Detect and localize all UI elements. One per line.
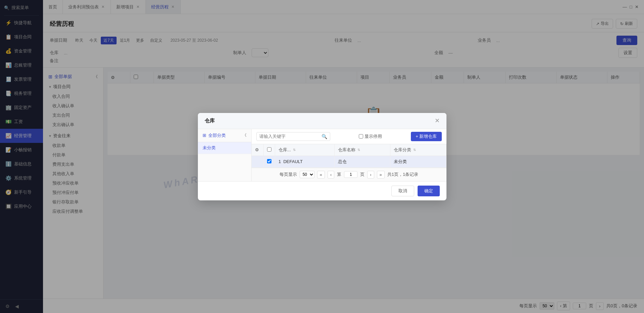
warehouse-table: ⚙ 仓库... ⇅: [252, 144, 446, 168]
add-warehouse-button[interactable]: + 新增仓库: [411, 132, 441, 141]
row-name-0: 总仓: [335, 156, 390, 167]
th-code-label: 仓库...: [278, 147, 291, 153]
th-code: 仓库... ⇅: [275, 144, 335, 156]
modal-table-wrap: ⚙ 仓库... ⇅: [252, 144, 446, 168]
modal-header: 仓库 ✕: [198, 113, 446, 129]
th-name: 仓库名称 ⇅: [335, 144, 390, 156]
modal-toolbar: 🔍 显示停用 + 新增仓库: [252, 129, 446, 144]
modal-left-toggle[interactable]: 《: [243, 132, 247, 138]
modal-search-input[interactable]: [259, 134, 319, 139]
modal-page-unit: 页: [360, 171, 364, 178]
row-code-0: 1 DEFAULT: [275, 156, 335, 167]
modal-search-wrap: 🔍: [256, 132, 330, 141]
modal-body: ⊞ 全部分类 《 未分类 🔍 显示停用: [198, 129, 446, 181]
warehouse-table-body: 1 DEFAULT 总仓 未分类: [252, 156, 446, 167]
modal-last-page-btn[interactable]: »: [377, 171, 385, 179]
confirm-button[interactable]: 确定: [418, 186, 440, 196]
modal-page-label: 算: [337, 171, 341, 178]
th-category-label: 仓库分类: [394, 147, 411, 153]
add-warehouse-label: + 新增仓库: [416, 133, 437, 140]
row-category-0: 未分类: [390, 156, 446, 167]
th-code-inner[interactable]: 仓库... ⇅: [278, 147, 331, 153]
show-disabled-checkbox[interactable]: [359, 134, 363, 139]
th-category-inner[interactable]: 仓库分类 ⇅: [394, 147, 442, 153]
modal-actions: 取消 确定: [198, 181, 446, 200]
modal-left-header: ⊞ 全部分类 《: [198, 129, 251, 142]
modal-page-input[interactable]: [344, 171, 357, 178]
modal-pagination: 每页显示 50 « ‹ 算 页 › » 共1页，1条记录: [252, 168, 446, 181]
modal-left-panel: ⊞ 全部分类 《 未分类: [198, 129, 252, 181]
th-name-label: 仓库名称: [338, 147, 355, 153]
modal-first-page-btn[interactable]: «: [317, 171, 325, 179]
th-category: 仓库分类 ⇅: [390, 144, 446, 156]
row-check-0: [264, 156, 275, 167]
warehouse-table-header: ⚙ 仓库... ⇅: [252, 144, 446, 156]
sort-icon-code: ⇅: [293, 148, 296, 152]
all-category-label[interactable]: 全部分类: [208, 132, 241, 139]
th-name-inner[interactable]: 仓库名称 ⇅: [338, 147, 387, 153]
row-checkbox-0[interactable]: [267, 159, 271, 163]
modal-search-icon: 🔍: [321, 134, 327, 139]
uncategorized-item[interactable]: 未分类: [198, 142, 251, 154]
modal-page-size-select[interactable]: 50: [300, 171, 314, 178]
modal-title: 仓库: [205, 118, 215, 124]
gear-icon-th[interactable]: ⚙: [255, 147, 259, 152]
warehouse-modal: 仓库 ✕ ⊞ 全部分类 《 未分类: [198, 113, 446, 200]
modal-next-page-btn[interactable]: ›: [367, 171, 374, 179]
sort-icon-category: ⇅: [413, 148, 416, 152]
modal-close-btn[interactable]: ✕: [435, 118, 440, 124]
sort-icon-name: ⇅: [357, 148, 360, 152]
grid-icon-modal: ⊞: [203, 133, 206, 138]
th-gear: ⚙: [252, 144, 264, 156]
modal-page-size-label: 每页显示: [280, 171, 297, 178]
modal-left-scroll: 未分类: [198, 142, 251, 181]
cancel-button[interactable]: 取消: [391, 186, 414, 196]
th-check: [264, 144, 275, 156]
show-disabled-text: 显示停用: [364, 133, 382, 140]
modal-prev-page-btn[interactable]: ‹: [328, 171, 334, 179]
modal-overlay: 仓库 ✕ ⊞ 全部分类 《 未分类: [0, 0, 644, 313]
select-all-checkbox[interactable]: [267, 147, 271, 152]
show-disabled-label: 显示停用: [359, 133, 382, 140]
modal-right-panel: 🔍 显示停用 + 新增仓库: [252, 129, 446, 181]
row-gear-0: [252, 156, 264, 167]
modal-total-info: 共1页，1条记录: [387, 171, 418, 178]
warehouse-row-0[interactable]: 1 DEFAULT 总仓 未分类: [252, 156, 446, 167]
